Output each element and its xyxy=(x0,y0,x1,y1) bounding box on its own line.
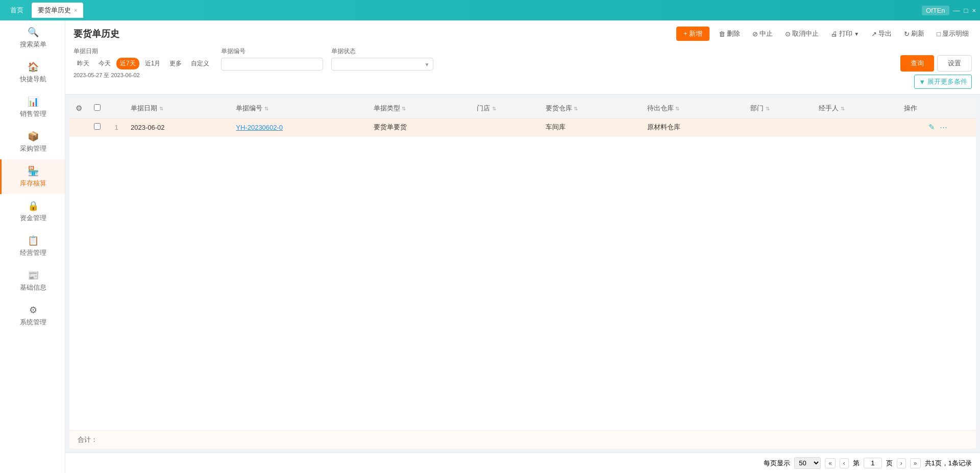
col-req-warehouse[interactable]: 要货仓库 ⇅ xyxy=(542,99,643,119)
date-btn-custom[interactable]: 自定义 xyxy=(187,58,213,69)
date-btn-1month[interactable]: 近1月 xyxy=(141,58,164,69)
first-page-btn[interactable]: « xyxy=(825,458,836,468)
select-all-checkbox[interactable] xyxy=(94,104,101,111)
content-area: 要货单历史 + 新增 🗑 删除 ⊘ 中止 ⊙ 取消中止 xyxy=(65,20,980,473)
sidebar-label-quicknav: 快捷导航 xyxy=(20,75,46,84)
expand-filter-btn[interactable]: ▼ 展开更多条件 xyxy=(914,75,972,89)
date-btn-today[interactable]: 今天 xyxy=(95,58,114,69)
export-icon: ↗ xyxy=(871,30,877,38)
last-page-btn[interactable]: » xyxy=(910,458,921,468)
tab-home-label: 首页 xyxy=(10,6,23,15)
window-close-btn[interactable]: × xyxy=(972,7,976,14)
pagination-bar: 每页显示 10 20 50 100 « ‹ 第 页 › » 共1页，1条记录 xyxy=(65,453,980,473)
date-range-display: 2023-05-27 至 2023-06-02 xyxy=(74,72,213,79)
sidebar-label-basic: 基础信息 xyxy=(20,283,46,292)
sort-store-icon: ⇅ xyxy=(492,106,496,111)
col-doctype[interactable]: 单据类型 ⇅ xyxy=(370,99,473,119)
sidebar-item-quicknav[interactable]: 🏠 快捷导航 xyxy=(0,55,65,90)
col-checkbox[interactable] xyxy=(88,99,106,119)
col-docno[interactable]: 单据编号 ⇅ xyxy=(232,99,370,119)
sort-date-icon: ⇅ xyxy=(159,106,163,111)
cancel-stop-icon: ⊙ xyxy=(785,30,791,38)
col-dept-label: 部门 xyxy=(750,104,764,112)
row-date: 2023-06-02 xyxy=(131,124,165,131)
new-button[interactable]: + 新增 xyxy=(676,27,709,41)
sort-pending-warehouse-icon: ⇅ xyxy=(675,106,679,111)
query-button[interactable]: 查询 xyxy=(900,55,934,72)
stop-button[interactable]: ⊘ 中止 xyxy=(749,27,776,40)
delete-button[interactable]: 🗑 删除 xyxy=(716,27,743,40)
col-date-label: 单据日期 xyxy=(131,104,157,112)
page-input[interactable] xyxy=(864,458,882,468)
sidebar-item-inventory[interactable]: 🏪 库存核算 xyxy=(0,159,65,194)
col-settings[interactable]: ⚙ xyxy=(69,99,88,119)
row-docno-cell: YH-20230602-0 xyxy=(232,119,370,136)
row-edit-icon[interactable]: ✎ xyxy=(928,123,935,131)
row-more-icon[interactable]: ⋯ xyxy=(940,123,947,131)
table-scroll: ⚙ 单据日期 ⇅ 单据编号 ⇅ xyxy=(69,99,976,431)
sort-handler-icon: ⇅ xyxy=(841,106,845,111)
sidebar-item-search[interactable]: 🔍 搜索菜单 xyxy=(0,20,65,55)
status-filter-label: 单据状态 xyxy=(331,47,433,56)
sidebar-item-system[interactable]: ⚙ 系统管理 xyxy=(0,298,65,333)
sidebar-item-basic[interactable]: 📰 基础信息 xyxy=(0,264,65,298)
table-container: ⚙ 单据日期 ⇅ 单据编号 ⇅ xyxy=(69,99,976,448)
tab-home[interactable]: 首页 xyxy=(4,3,30,18)
date-filter-label: 单据日期 xyxy=(74,47,213,56)
minimize-btn[interactable]: — xyxy=(953,7,960,14)
sidebar-item-sales[interactable]: 📊 销售管理 xyxy=(0,90,65,125)
print-button[interactable]: 🖨 打印 ▼ xyxy=(828,27,862,40)
sidebar-item-finance[interactable]: 🔒 资金管理 xyxy=(0,194,65,229)
col-handler[interactable]: 经手人 ⇅ xyxy=(815,99,900,119)
col-pending-warehouse[interactable]: 待出仓库 ⇅ xyxy=(643,99,747,119)
sidebar-item-purchase[interactable]: 📦 采购管理 xyxy=(0,125,65,159)
col-date[interactable]: 单据日期 ⇅ xyxy=(127,99,232,119)
row-settings-cell xyxy=(69,119,88,136)
cancel-stop-button[interactable]: ⊙ 取消中止 xyxy=(782,27,822,40)
tab-close-icon[interactable]: × xyxy=(74,7,77,13)
finance-icon: 🔒 xyxy=(28,200,39,211)
print-icon: 🖨 xyxy=(831,30,838,38)
row-checkbox[interactable] xyxy=(94,123,101,130)
export-button[interactable]: ↗ 导出 xyxy=(868,27,895,40)
row-action-cell: ✎ ⋯ xyxy=(900,119,976,136)
col-store[interactable]: 门店 ⇅ xyxy=(473,99,541,119)
row-docno[interactable]: YH-20230602-0 xyxy=(236,124,283,131)
sort-doctype-icon: ⇅ xyxy=(402,106,406,111)
sidebar-label-search: 搜索菜单 xyxy=(20,40,46,49)
date-btn-yesterday[interactable]: 昨天 xyxy=(74,58,93,69)
date-btn-more[interactable]: 更多 xyxy=(166,58,185,69)
settings-button[interactable]: 设置 xyxy=(937,55,972,72)
next-page-btn[interactable]: › xyxy=(897,458,906,468)
stop-label: 中止 xyxy=(760,29,773,38)
row-checkbox-cell[interactable] xyxy=(88,119,106,136)
tab-active[interactable]: 要货单历史 × xyxy=(32,3,83,18)
stop-icon: ⊘ xyxy=(752,30,758,38)
maximize-btn[interactable]: □ xyxy=(964,7,968,14)
prev-page-btn[interactable]: ‹ xyxy=(840,458,849,468)
refresh-button[interactable]: ↻ 刷新 xyxy=(901,27,927,40)
row-pending-warehouse-cell: 原材料仓库 xyxy=(643,119,747,136)
print-label: 打印 xyxy=(839,29,852,38)
docno-input[interactable] xyxy=(221,58,323,70)
main-layout: 🔍 搜索菜单 🏠 快捷导航 📊 销售管理 📦 采购管理 🏪 库存核算 🔒 资金管… xyxy=(0,20,980,473)
row-num: 1 xyxy=(114,124,118,131)
filter-actions: 查询 设置 xyxy=(900,55,972,72)
row-doctype-cell: 要货单要货 xyxy=(370,119,473,136)
display-detail-button[interactable]: □ 显示明细 xyxy=(934,27,972,40)
page-title: 要货单历史 xyxy=(74,28,119,40)
status-select[interactable] xyxy=(331,58,433,70)
date-btn-7days[interactable]: 近7天 xyxy=(116,58,139,69)
table-row[interactable]: 1 2023-06-02 YH-20230602-0 要货单要货 xyxy=(69,119,976,136)
col-action-label: 操作 xyxy=(904,104,917,112)
home-icon: 🏠 xyxy=(28,61,39,73)
filter-docno-group: 单据编号 xyxy=(221,47,323,70)
refresh-icon: ↻ xyxy=(904,30,910,38)
sidebar-label-sales: 销售管理 xyxy=(20,109,46,119)
sidebar-item-operations[interactable]: 📋 经营管理 xyxy=(0,229,65,264)
col-pending-warehouse-label: 待出仓库 xyxy=(647,104,674,112)
filter-date-group: 单据日期 昨天 今天 近7天 近1月 更多 自定义 2023-05-27 至 2… xyxy=(74,47,213,79)
per-page-select[interactable]: 10 20 50 100 xyxy=(794,457,821,469)
sidebar-label-finance: 资金管理 xyxy=(20,214,46,223)
col-dept[interactable]: 部门 ⇅ xyxy=(746,99,815,119)
